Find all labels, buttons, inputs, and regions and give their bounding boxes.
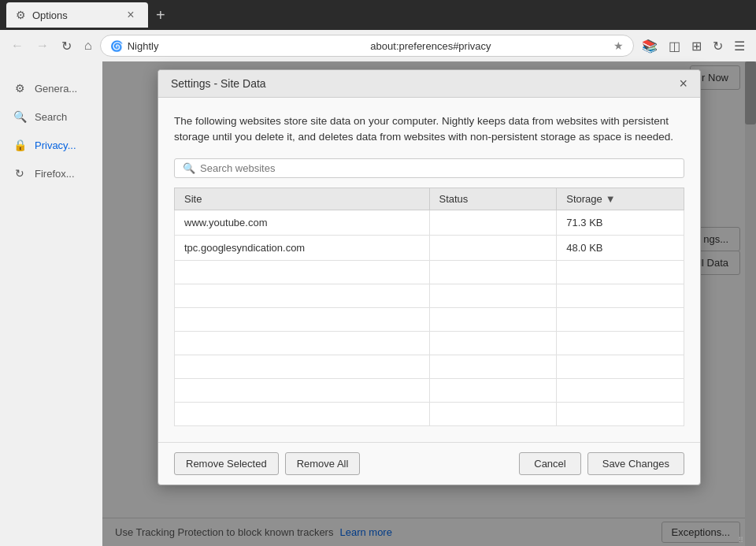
modal-close-button[interactable]: × <box>679 76 687 91</box>
empty-table-row <box>175 378 684 402</box>
search-websites-input[interactable] <box>200 162 676 174</box>
reload-button[interactable]: ↻ <box>57 35 76 57</box>
sort-icon: ▼ <box>606 193 616 205</box>
modal-title: Settings - Site Data <box>171 77 266 90</box>
sidebar-item-general[interactable]: ⚙ Genera... <box>0 74 102 102</box>
status-cell <box>429 235 557 260</box>
modal-description: The following websites store site data o… <box>174 113 684 146</box>
search-websites-icon: 🔍 <box>183 162 195 174</box>
back-button[interactable]: ← <box>6 35 28 56</box>
grid-button[interactable]: ⊞ <box>687 35 706 57</box>
library-button[interactable]: 📚 <box>637 35 662 57</box>
forward-button[interactable]: → <box>32 35 54 56</box>
modal-action-buttons: Cancel Save Changes <box>519 452 684 475</box>
table-header-row: Site Status Storage ▼ <box>175 188 684 210</box>
empty-table-row <box>175 355 684 378</box>
remove-all-button[interactable]: Remove All <box>285 452 361 475</box>
main-content-area: r Now ngs... All Data Settings - Site Da… <box>102 61 756 546</box>
url-text: about:preferences#privacy <box>370 40 609 52</box>
sidebar-item-privacy[interactable]: 🔒 Privacy... <box>0 131 102 159</box>
home-button[interactable]: ⌂ <box>80 35 97 56</box>
sidebar-item-general-label: Genera... <box>35 83 77 95</box>
storage-cell: 71.3 KB <box>557 210 684 235</box>
sidebar-item-firefox-label: Firefox... <box>35 168 75 180</box>
navigation-bar: ← → ↻ ⌂ 🌀 Nightly about:preferences#priv… <box>0 30 756 61</box>
bookmark-star-icon[interactable]: ★ <box>613 39 624 52</box>
page-content: ⚙ Genera... 🔍 Search 🔒 Privacy... ↻ Fire… <box>0 61 756 546</box>
gear-icon: ⚙ <box>13 82 27 95</box>
nav-right-buttons: 📚 ◫ ⊞ ↻ ☰ <box>637 35 750 57</box>
resize-handle[interactable]: ⠿ <box>738 536 743 544</box>
status-cell <box>429 210 557 235</box>
tab-close-button[interactable]: × <box>123 8 139 22</box>
modal-body: The following websites store site data o… <box>158 98 700 442</box>
new-tab-button[interactable]: + <box>151 6 170 24</box>
site-cell: tpc.googlesyndication.com <box>175 235 430 260</box>
sync-icon: ↻ <box>13 167 27 180</box>
tab-bar: ⚙ Options × + <box>0 0 756 30</box>
browser-logo-icon: 🌀 <box>110 40 123 52</box>
website-search-box[interactable]: 🔍 <box>174 158 684 178</box>
cancel-button[interactable]: Cancel <box>519 452 580 475</box>
site-column-header[interactable]: Site <box>175 188 430 210</box>
browser-chrome: ⚙ Options × + ← → ↻ ⌂ 🌀 Nightly about:pr… <box>0 0 756 61</box>
lock-icon: 🔒 <box>13 139 27 151</box>
empty-table-row <box>175 307 684 331</box>
search-icon: 🔍 <box>13 110 27 123</box>
modal-overlay: Settings - Site Data × The following web… <box>102 61 756 546</box>
table-row[interactable]: www.youtube.com 71.3 KB <box>175 210 684 235</box>
sidebar-item-privacy-label: Privacy... <box>35 139 76 151</box>
settings-sidebar: ⚙ Genera... 🔍 Search 🔒 Privacy... ↻ Fire… <box>0 61 102 546</box>
sync-button[interactable]: ↻ <box>708 35 728 57</box>
storage-cell: 48.0 KB <box>557 235 684 260</box>
status-column-header[interactable]: Status <box>429 188 557 210</box>
sidebar-item-search[interactable]: 🔍 Search <box>0 102 102 131</box>
storage-header-label: Storage <box>566 193 602 205</box>
site-data-table: Site Status Storage ▼ <box>174 188 684 426</box>
tab-title: Options <box>32 9 68 21</box>
active-tab[interactable]: ⚙ Options × <box>6 2 148 28</box>
save-changes-button[interactable]: Save Changes <box>587 452 684 475</box>
sidebar-item-firefox[interactable]: ↻ Firefox... <box>0 159 102 188</box>
sidebar-item-search-label: Search <box>35 111 67 123</box>
table-row[interactable]: tpc.googlesyndication.com 48.0 KB <box>175 235 684 260</box>
address-bar[interactable]: 🌀 Nightly about:preferences#privacy ★ <box>100 35 634 57</box>
modal-footer: Remove Selected Remove All Cancel Save C… <box>158 442 700 485</box>
browser-name: Nightly <box>128 40 366 52</box>
site-cell: www.youtube.com <box>175 210 430 235</box>
site-data-modal: Settings - Site Data × The following web… <box>158 69 701 485</box>
tab-gear-icon: ⚙ <box>16 9 26 21</box>
empty-table-row <box>175 331 684 355</box>
sidebar-toggle-button[interactable]: ◫ <box>664 35 685 57</box>
menu-button[interactable]: ☰ <box>729 35 750 57</box>
empty-table-row <box>175 260 684 284</box>
empty-table-row <box>175 284 684 307</box>
modal-header: Settings - Site Data × <box>158 70 700 98</box>
storage-column-header[interactable]: Storage ▼ <box>557 188 684 210</box>
remove-selected-button[interactable]: Remove Selected <box>174 452 279 475</box>
empty-table-row <box>175 402 684 425</box>
